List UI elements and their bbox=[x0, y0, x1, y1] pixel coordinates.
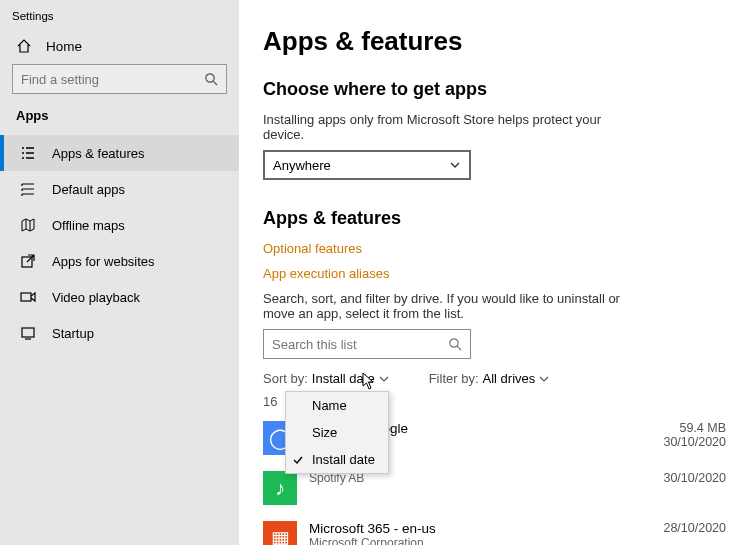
list-icon bbox=[20, 145, 36, 161]
optional-features-link[interactable]: Optional features bbox=[263, 241, 726, 256]
page-title: Apps & features bbox=[263, 26, 726, 57]
video-icon bbox=[20, 289, 36, 305]
sidebar: Settings Home Apps Apps & features Defau… bbox=[0, 0, 239, 545]
app-icon: ♪ bbox=[263, 471, 297, 505]
nav-label: Apps for websites bbox=[52, 254, 155, 269]
svg-point-0 bbox=[206, 74, 214, 82]
sort-by-control[interactable]: Sort by: Install date bbox=[263, 371, 389, 386]
nav-label: Offline maps bbox=[52, 218, 125, 233]
sidebar-heading: Apps bbox=[0, 108, 239, 135]
startup-icon bbox=[20, 325, 36, 341]
defaults-icon bbox=[20, 181, 36, 197]
filter-value: All drives bbox=[483, 371, 536, 386]
svg-point-6 bbox=[450, 339, 458, 347]
app-size: 59.4 MB bbox=[636, 421, 726, 435]
sort-option-install-date[interactable]: Install date bbox=[286, 446, 388, 473]
sort-option-size[interactable]: Size bbox=[286, 419, 388, 446]
app-publisher: Microsoft Corporation bbox=[309, 536, 624, 545]
apps-features-section: Apps & features Optional features App ex… bbox=[263, 208, 726, 545]
nav-offline-maps[interactable]: Offline maps bbox=[0, 207, 239, 243]
app-execution-aliases-link[interactable]: App execution aliases bbox=[263, 266, 726, 281]
svg-line-7 bbox=[457, 346, 461, 350]
nav-default-apps[interactable]: Default apps bbox=[0, 171, 239, 207]
list-search-input[interactable] bbox=[263, 329, 471, 359]
source-value: Anywhere bbox=[273, 158, 331, 173]
source-dropdown[interactable]: Anywhere bbox=[263, 150, 471, 180]
nav-video-playback[interactable]: Video playback bbox=[0, 279, 239, 315]
nav-label: Default apps bbox=[52, 182, 125, 197]
sort-menu-popup: Name Size Install date bbox=[285, 391, 389, 474]
sort-label: Sort by: bbox=[263, 371, 308, 386]
svg-line-1 bbox=[213, 81, 217, 85]
sort-option-label: Size bbox=[312, 425, 337, 440]
window-title: Settings bbox=[0, 6, 239, 32]
app-icon: ▦ bbox=[263, 521, 297, 545]
source-heading: Choose where to get apps bbox=[263, 79, 726, 100]
nav-list: Apps & features Default apps Offline map… bbox=[0, 135, 239, 351]
home-button[interactable]: Home bbox=[0, 32, 239, 64]
launch-icon bbox=[20, 253, 36, 269]
search-settings-input[interactable] bbox=[12, 64, 227, 94]
nav-label: Startup bbox=[52, 326, 94, 341]
sort-value: Install date bbox=[312, 371, 375, 386]
svg-rect-4 bbox=[22, 328, 34, 337]
app-date: 30/10/2020 bbox=[636, 471, 726, 485]
search-icon bbox=[204, 72, 218, 86]
nav-apps-features[interactable]: Apps & features bbox=[0, 135, 239, 171]
nav-label: Apps & features bbox=[52, 146, 145, 161]
filter-by-control[interactable]: Filter by: All drives bbox=[429, 371, 550, 386]
search-icon bbox=[448, 337, 462, 351]
home-icon bbox=[16, 38, 32, 54]
app-row[interactable]: ▦ Microsoft 365 - en-us Microsoft Corpor… bbox=[263, 513, 726, 545]
list-search-field[interactable] bbox=[272, 337, 448, 352]
nav-apps-websites[interactable]: Apps for websites bbox=[0, 243, 239, 279]
check-icon bbox=[292, 454, 306, 466]
home-label: Home bbox=[46, 39, 82, 54]
source-desc: Installing apps only from Microsoft Stor… bbox=[263, 112, 623, 142]
source-section: Choose where to get apps Installing apps… bbox=[263, 79, 726, 180]
app-date: 28/10/2020 bbox=[636, 521, 726, 535]
chevron-down-icon bbox=[539, 374, 549, 384]
svg-rect-3 bbox=[21, 293, 31, 301]
app-name: Microsoft 365 - en-us bbox=[309, 521, 624, 536]
nav-label: Video playback bbox=[52, 290, 140, 305]
af-heading: Apps & features bbox=[263, 208, 726, 229]
sort-option-name[interactable]: Name bbox=[286, 392, 388, 419]
sort-option-label: Name bbox=[312, 398, 347, 413]
map-icon bbox=[20, 217, 36, 233]
chevron-down-icon bbox=[449, 159, 461, 171]
sort-filter-row: Sort by: Install date Filter by: All dri… bbox=[263, 371, 726, 386]
sort-option-label: Install date bbox=[312, 452, 375, 467]
chevron-down-icon bbox=[379, 374, 389, 384]
nav-startup[interactable]: Startup bbox=[0, 315, 239, 351]
app-date: 30/10/2020 bbox=[636, 435, 726, 449]
filter-label: Filter by: bbox=[429, 371, 479, 386]
af-desc: Search, sort, and filter by drive. If yo… bbox=[263, 291, 623, 321]
search-settings-field[interactable] bbox=[21, 72, 204, 87]
